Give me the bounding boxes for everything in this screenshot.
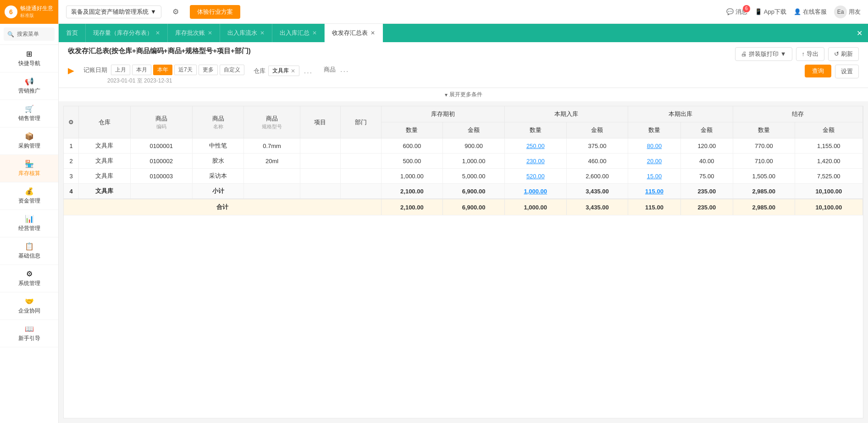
cell-in-qty[interactable]: 1,000.00 [504, 184, 566, 199]
cell-out-qty-link[interactable]: 115.00 [645, 188, 663, 195]
tab-stock-flow-close-icon[interactable]: ✕ [260, 30, 265, 36]
th-in-group: 本期入库 [504, 106, 628, 122]
sidebar-item-operations[interactable]: 📊 经营管理 [0, 210, 58, 237]
tab-stock-summary-close-icon[interactable]: ✕ [312, 30, 317, 36]
cell-out-amt: 120.00 [680, 138, 733, 154]
filter-collapse-icon[interactable]: ▶ [68, 66, 74, 76]
user-action[interactable]: Ea 用友 [834, 5, 861, 18]
tab-batch-ledger-close-icon[interactable]: ✕ [208, 30, 212, 36]
date-more-btn[interactable]: 更多 [199, 65, 218, 75]
cell-in-amt: 3,435.00 [566, 184, 628, 199]
query-button[interactable]: 查询 [805, 65, 831, 77]
cell-in-amt: 375.00 [566, 138, 628, 154]
date-7days-btn[interactable]: 近7天 [174, 65, 197, 75]
cell-in-qty[interactable]: 520.00 [504, 169, 566, 184]
date-last-month-btn[interactable]: 上月 [111, 65, 130, 75]
refresh-button[interactable]: ↺ 刷新 [828, 47, 859, 61]
warehouse-more-dots[interactable]: ... [304, 67, 313, 75]
sidebar-item-enterprise[interactable]: 🤝 企业协同 [0, 292, 58, 320]
footer-open-qty: 2,100.00 [381, 199, 443, 215]
th-goods-code: 商品编码 [130, 106, 192, 138]
cell-bal-amt: 7,525.00 [795, 169, 862, 184]
message-icon: 💬 [726, 8, 734, 15]
tabbar-close-button[interactable]: ✕ [851, 24, 868, 42]
sidebar-menu: ⊞ 快捷导航 📢 营销推广 🛒 销售管理 📦 采购管理 🏪 库存核算 💰 资金管… [0, 45, 58, 423]
cell-name: 胶水 [192, 154, 244, 169]
cell-out-qty[interactable]: 80.00 [628, 138, 680, 154]
sidebar-logo: 6 畅捷通好生意 标准版 [0, 0, 58, 24]
cell-out-qty[interactable]: 20.00 [628, 154, 680, 169]
sidebar-item-purchase[interactable]: 📦 采购管理 [0, 127, 58, 155]
sales-icon: 🛒 [25, 104, 34, 113]
cell-in-qty-link[interactable]: 250.00 [526, 143, 545, 149]
cell-out-amt: 40.00 [680, 154, 733, 169]
cell-open-qty: 2,100.00 [381, 184, 443, 199]
cell-in-qty-link[interactable]: 520.00 [526, 173, 545, 180]
cell-in-qty-link[interactable]: 230.00 [526, 158, 545, 165]
topbar-actions: 💬 消息 6 📱 App下载 👤 在线客服 Ea 用友 [726, 5, 861, 18]
cell-out-amt: 235.00 [680, 184, 733, 199]
operations-icon: 📊 [25, 214, 34, 223]
cell-spec [244, 184, 300, 199]
warehouse-tag-close-icon[interactable]: ✕ [291, 68, 295, 74]
column-settings-th[interactable]: ⚙ [64, 106, 79, 138]
sidebar-item-guide[interactable]: 📖 新手引导 [0, 320, 58, 347]
online-service-action[interactable]: 👤 在线客服 [794, 8, 827, 16]
cell-bal-qty: 710.00 [733, 154, 795, 169]
sidebar-item-quick-nav[interactable]: ⊞ 快捷导航 [0, 45, 58, 72]
date-this-year-btn[interactable]: 本年 [153, 65, 172, 75]
search-menu-button[interactable]: 🔍 搜索菜单 [4, 27, 55, 41]
cell-bal-amt: 1,155.00 [795, 138, 862, 154]
goods-filter-label: 商品 [324, 66, 336, 74]
cell-out-qty-link[interactable]: 20.00 [647, 158, 662, 165]
print-button[interactable]: 🖨 拼装版打印 ▼ [735, 47, 792, 61]
export-button[interactable]: ↑ 导出 [796, 47, 825, 61]
th-warehouse: 仓库 [79, 106, 131, 138]
tab-recv-send-summary-close-icon[interactable]: ✕ [370, 30, 375, 36]
cell-out-qty-link[interactable]: 80.00 [647, 143, 662, 149]
sidebar-item-system[interactable]: ⚙ 系统管理 [0, 265, 58, 292]
sidebar-item-sales[interactable]: 🛒 销售管理 [0, 100, 58, 127]
logo-icon: 6 [5, 5, 17, 18]
sidebar-item-label: 营销推广 [18, 87, 40, 95]
sidebar-item-inventory[interactable]: 🏪 库存核算 [0, 155, 58, 182]
expand-more-button[interactable]: ▾ 展开更多条件 [437, 88, 490, 101]
app-download-action[interactable]: 📱 App下载 [755, 8, 786, 16]
expand-down-icon: ▾ [445, 92, 448, 98]
cell-out-qty-link[interactable]: 15.00 [647, 173, 662, 180]
sidebar-item-label: 经营管理 [18, 225, 40, 232]
sidebar-item-finance[interactable]: 💰 资金管理 [0, 182, 58, 210]
system-icon: ⚙ [26, 269, 33, 278]
tab-stock-dist[interactable]: 现存量（库存分布表） ✕ [86, 24, 168, 42]
table-row: 2文具库0100002胶水20ml500.001,000.00230.00460… [64, 154, 863, 169]
cell-in-qty[interactable]: 250.00 [504, 138, 566, 154]
app-download-label: App下载 [764, 8, 786, 16]
cell-in-amt: 2,600.00 [566, 169, 628, 184]
tab-home[interactable]: 首页 [59, 24, 86, 42]
cell-in-qty-link[interactable]: 1,000.00 [524, 188, 547, 195]
sidebar-item-marketing[interactable]: 📢 营销推广 [0, 72, 58, 100]
quick-nav-icon: ⊞ [26, 49, 32, 58]
cell-out-qty[interactable]: 115.00 [628, 184, 680, 199]
goods-more-dots[interactable]: ... [340, 66, 349, 74]
search-icon: 🔍 [7, 31, 14, 38]
tab-stock-summary[interactable]: 出入库汇总 ✕ [272, 24, 325, 42]
date-custom-btn[interactable]: 自定义 [220, 65, 244, 75]
message-action[interactable]: 💬 消息 6 [726, 8, 747, 16]
date-this-month-btn[interactable]: 本月 [132, 65, 151, 75]
system-select[interactable]: 装备及固定资产辅助管理系统 ▼ [66, 5, 161, 18]
tab-stock-flow[interactable]: 出入库流水 ✕ [220, 24, 272, 42]
tab-recv-send-summary[interactable]: 收发存汇总表 ✕ [325, 24, 383, 42]
tab-stock-dist-close-icon[interactable]: ✕ [155, 30, 160, 36]
main-area: 装备及固定资产辅助管理系统 ▼ ⚙ 体验行业方案 💬 消息 6 📱 App下载 … [59, 0, 868, 423]
cell-out-qty[interactable]: 15.00 [628, 169, 680, 184]
try-solution-button[interactable]: 体验行业方案 [190, 5, 240, 19]
tab-batch-ledger[interactable]: 库存批次账 ✕ [168, 24, 220, 42]
service-icon: 👤 [794, 8, 801, 15]
logo-text: 畅捷通好生意 标准版 [20, 5, 53, 19]
sidebar-item-basic[interactable]: 📋 基础信息 [0, 237, 58, 265]
cell-open-amt: 5,000.00 [443, 169, 505, 184]
gear-settings-button[interactable]: ⚙ [167, 5, 184, 18]
cell-in-qty[interactable]: 230.00 [504, 154, 566, 169]
table-settings-button[interactable]: 设置 [835, 65, 859, 78]
